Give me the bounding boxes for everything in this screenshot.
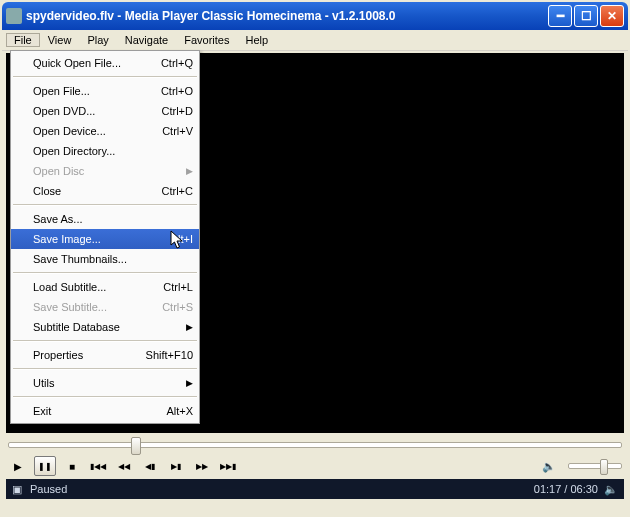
menu-favorites[interactable]: Favorites	[176, 33, 237, 47]
status-text: Paused	[30, 483, 67, 495]
status-icon: ▣	[12, 483, 24, 495]
menu-play[interactable]: Play	[79, 33, 116, 47]
speaker-icon[interactable]: 🔈	[542, 460, 556, 473]
prev-button[interactable]: ▮◀◀	[88, 457, 108, 475]
menu-open-disc-label: Open Disc	[33, 164, 193, 178]
status-volume-icon: 🔈	[604, 483, 618, 496]
submenu-arrow-icon: ▶	[186, 376, 193, 390]
menu-open-device-label: Open Device...	[33, 124, 154, 138]
menu-save-image-shortcut: Alt+I	[171, 232, 193, 246]
close-button[interactable]: ✕	[600, 5, 624, 27]
menu-load-subtitle-label: Load Subtitle...	[33, 280, 155, 294]
menu-subtitle-database-label: Subtitle Database	[33, 320, 193, 334]
menu-navigate[interactable]: Navigate	[117, 33, 176, 47]
menu-separator	[13, 340, 197, 342]
frame-back-button[interactable]: ◀▮	[140, 457, 160, 475]
menu-properties-label: Properties	[33, 348, 138, 362]
rewind-button[interactable]: ◀◀	[114, 457, 134, 475]
menu-open-directory-label: Open Directory...	[33, 144, 193, 158]
submenu-arrow-icon: ▶	[186, 320, 193, 334]
stop-button[interactable]: ■	[62, 457, 82, 475]
menu-exit[interactable]: Exit Alt+X	[11, 401, 199, 421]
menu-close-shortcut: Ctrl+C	[162, 184, 193, 198]
menu-quick-open-shortcut: Ctrl+Q	[161, 56, 193, 70]
menu-close[interactable]: Close Ctrl+C	[11, 181, 199, 201]
menubar: File View Play Navigate Favorites Help	[2, 30, 628, 51]
pause-icon: ❚❚	[38, 462, 52, 471]
menu-open-dvd[interactable]: Open DVD... Ctrl+D	[11, 101, 199, 121]
minimize-icon: ━	[557, 9, 564, 23]
menu-help[interactable]: Help	[237, 33, 276, 47]
menu-navigate-label: Navigate	[125, 34, 168, 46]
window-title: spydervideo.flv - Media Player Classic H…	[26, 9, 548, 23]
volume-slider[interactable]	[568, 463, 622, 469]
titlebar[interactable]: spydervideo.flv - Media Player Classic H…	[2, 2, 628, 30]
file-menu-dropdown: Quick Open File... Ctrl+Q Open File... C…	[10, 50, 200, 424]
menu-open-file[interactable]: Open File... Ctrl+O	[11, 81, 199, 101]
volume-thumb[interactable]	[600, 459, 608, 475]
seek-bar[interactable]	[8, 437, 622, 453]
next-icon: ▶▶▮	[220, 462, 236, 471]
menu-save-thumbnails[interactable]: Save Thumbnails...	[11, 249, 199, 269]
minimize-button[interactable]: ━	[548, 5, 572, 27]
menu-utils-label: Utils	[33, 376, 193, 390]
frame-fwd-icon: ▶▮	[171, 462, 181, 471]
app-icon	[6, 8, 22, 24]
menu-favorites-label: Favorites	[184, 34, 229, 46]
menu-properties-shortcut: Shift+F10	[146, 348, 193, 362]
controls: ▶ ❚❚ ■ ▮◀◀ ◀◀ ◀▮ ▶▮ ▶▶ ▶▶▮ 🔈	[8, 455, 622, 477]
menu-exit-label: Exit	[33, 404, 158, 418]
frame-fwd-button[interactable]: ▶▮	[166, 457, 186, 475]
menu-save-image-label: Save Image...	[33, 232, 163, 246]
menu-open-dvd-label: Open DVD...	[33, 104, 154, 118]
menu-view[interactable]: View	[40, 33, 80, 47]
menu-open-file-label: Open File...	[33, 84, 153, 98]
menu-properties[interactable]: Properties Shift+F10	[11, 345, 199, 365]
menu-save-subtitle-label: Save Subtitle...	[33, 300, 154, 314]
menu-open-device-shortcut: Ctrl+V	[162, 124, 193, 138]
close-icon: ✕	[607, 9, 617, 23]
menu-separator	[13, 396, 197, 398]
menu-view-label: View	[48, 34, 72, 46]
fastfwd-icon: ▶▶	[196, 462, 208, 471]
prev-icon: ▮◀◀	[90, 462, 106, 471]
menu-save-thumbnails-label: Save Thumbnails...	[33, 252, 193, 266]
play-button[interactable]: ▶	[8, 457, 28, 475]
rewind-icon: ◀◀	[118, 462, 130, 471]
menu-save-as[interactable]: Save As...	[11, 209, 199, 229]
menu-utils[interactable]: Utils ▶	[11, 373, 199, 393]
menu-play-label: Play	[87, 34, 108, 46]
seek-thumb[interactable]	[131, 437, 141, 455]
menu-open-file-shortcut: Ctrl+O	[161, 84, 193, 98]
menu-open-device[interactable]: Open Device... Ctrl+V	[11, 121, 199, 141]
menu-save-subtitle-shortcut: Ctrl+S	[162, 300, 193, 314]
menu-save-image[interactable]: Save Image... Alt+I	[11, 229, 199, 249]
menu-load-subtitle-shortcut: Ctrl+L	[163, 280, 193, 294]
menu-load-subtitle[interactable]: Load Subtitle... Ctrl+L	[11, 277, 199, 297]
menu-open-directory[interactable]: Open Directory...	[11, 141, 199, 161]
menu-separator	[13, 76, 197, 78]
menu-separator	[13, 368, 197, 370]
fastfwd-button[interactable]: ▶▶	[192, 457, 212, 475]
status-time: 01:17 / 06:30	[534, 483, 598, 495]
next-button[interactable]: ▶▶▮	[218, 457, 238, 475]
menu-open-dvd-shortcut: Ctrl+D	[162, 104, 193, 118]
menu-separator	[13, 272, 197, 274]
seek-track[interactable]	[8, 442, 622, 448]
pause-button[interactable]: ❚❚	[34, 456, 56, 476]
menu-file[interactable]: File	[6, 33, 40, 47]
menu-help-label: Help	[245, 34, 268, 46]
menu-quick-open-label: Quick Open File...	[33, 56, 153, 70]
menu-quick-open[interactable]: Quick Open File... Ctrl+Q	[11, 53, 199, 73]
menu-separator	[13, 204, 197, 206]
maximize-icon: ☐	[581, 9, 592, 23]
stop-icon: ■	[69, 461, 75, 472]
menu-close-label: Close	[33, 184, 154, 198]
menu-file-label: File	[14, 34, 32, 46]
submenu-arrow-icon: ▶	[186, 164, 193, 178]
menu-save-subtitle: Save Subtitle... Ctrl+S	[11, 297, 199, 317]
frame-back-icon: ◀▮	[145, 462, 155, 471]
menu-subtitle-database[interactable]: Subtitle Database ▶	[11, 317, 199, 337]
maximize-button[interactable]: ☐	[574, 5, 598, 27]
menu-exit-shortcut: Alt+X	[166, 404, 193, 418]
